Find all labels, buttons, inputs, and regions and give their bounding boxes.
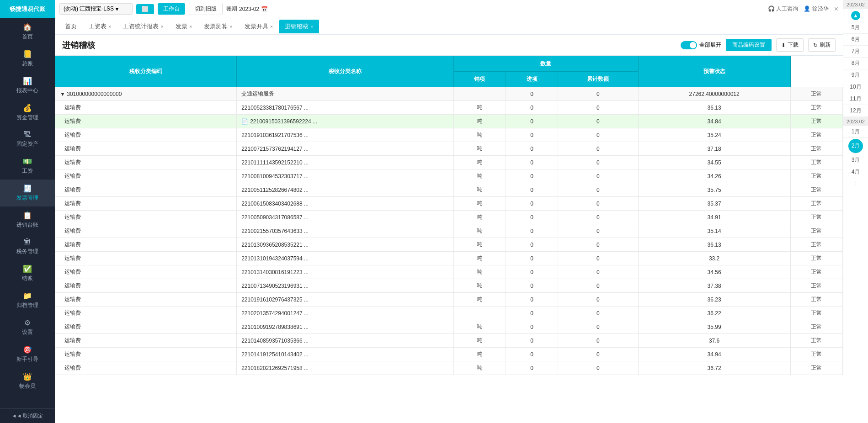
cell-unit: 吨 xyxy=(453,320,506,334)
cell-status: 正常 xyxy=(790,142,842,156)
cell-purchase: 0 xyxy=(558,169,638,183)
tab-close-发票[interactable]: × xyxy=(189,24,192,29)
cell-cumulative: 35.37 xyxy=(638,197,790,211)
tab-发票测算[interactable]: 发票测算× xyxy=(198,20,238,33)
month-item-7月[interactable]: 7月 xyxy=(843,46,868,58)
download-btn[interactable]: ⬇ 下载 xyxy=(776,38,804,52)
month-item-6月[interactable]: 6月 xyxy=(843,34,868,46)
month-item-2023-4月[interactable]: 4月 xyxy=(843,166,868,178)
invoices-icon: 🧾 xyxy=(23,184,32,193)
cell-cumulative: 35.99 xyxy=(638,320,790,334)
month-item-2023-2月[interactable]: 2月 xyxy=(848,139,863,153)
avatar-icon: 👤 xyxy=(804,5,810,12)
cell-name: 运输费 xyxy=(60,282,81,289)
cell-status: 正常 xyxy=(790,238,842,252)
tab-label: 工资统计报表 xyxy=(123,22,159,31)
sidebar-item-settings[interactable]: ⚙设置 xyxy=(0,314,55,341)
month-item-11月[interactable]: 11月 xyxy=(843,93,868,105)
tab-label: 工资表 xyxy=(89,22,107,31)
cell-purchase: 0 xyxy=(558,197,638,211)
cell-name: 运输费 xyxy=(60,200,81,206)
cell-tax-code: 运输费 xyxy=(55,128,237,142)
cell-cumulative: 37.6 xyxy=(638,334,790,348)
col-warning-status: 预警状态 xyxy=(638,56,790,87)
tab-close-工资统计报表[interactable]: × xyxy=(160,24,163,29)
cell-cumulative: 33.2 xyxy=(638,252,790,265)
tab-进销稽核[interactable]: 进销稽核× xyxy=(279,20,319,33)
tab-首页[interactable]: 首页 xyxy=(59,20,82,33)
cell-tax-name: 22101309365208535221 ... xyxy=(237,238,454,252)
tab-发票[interactable]: 发票× xyxy=(170,20,197,33)
col-quantity-group: 数量 xyxy=(453,56,638,72)
sidebar-item-ledger[interactable]: 📒总账 xyxy=(0,45,55,72)
month-item-8月[interactable]: 8月 xyxy=(843,58,868,69)
sidebar-item-home[interactable]: 🏠首页 xyxy=(0,18,55,45)
company-selector[interactable]: (勿动) 江西报宝-LSS ▾ xyxy=(59,3,133,15)
cell-tax-name: 22101009192789838691 ... xyxy=(237,320,454,334)
month-item-2023-1月[interactable]: 1月 xyxy=(843,126,868,138)
month-item-12月[interactable]: 12月 xyxy=(843,105,868,117)
close-btn[interactable]: × xyxy=(834,5,838,13)
table-row: 运输费22101408593571035366 ...吨0037.6正常 xyxy=(55,334,843,348)
collapse-icon[interactable]: ▼ xyxy=(60,91,65,97)
tab-close-发票开具[interactable]: × xyxy=(270,24,273,29)
sidebar-item-guide[interactable]: 🎯新手引导 xyxy=(0,341,55,368)
cell-tax-code: 运输费 xyxy=(55,320,237,334)
invoice-no: 22102013574294001247 ... xyxy=(241,310,309,317)
cell-sales: 0 xyxy=(506,293,558,307)
cell-unit: 吨 xyxy=(453,197,506,211)
sidebar-item-reports[interactable]: 📊报表中心 xyxy=(0,72,55,99)
user-info[interactable]: 👤 徐泾华 xyxy=(804,5,828,13)
tab-label: 发票 xyxy=(176,22,187,31)
cell-unit: 吨 xyxy=(453,361,506,375)
sidebar-item-funds[interactable]: 💰资金管理 xyxy=(0,99,55,126)
month-item-5月[interactable]: 5月 xyxy=(843,22,868,34)
sidebar-item-payroll[interactable]: 💵工资 xyxy=(0,153,55,180)
tab-发票开具[interactable]: 发票开具× xyxy=(239,20,278,33)
sidebar-item-invoices[interactable]: 🧾发票管理 xyxy=(0,180,55,206)
month-item-9月[interactable]: 9月 xyxy=(843,69,868,81)
main-table: 税收分类编码 税收分类名称 数量 预警状态 销项 进项 累计数额 ▼ 30100… xyxy=(55,56,843,375)
cell-cumulative: 36.22 xyxy=(638,307,790,320)
tab-close-工资表[interactable]: × xyxy=(108,24,111,29)
copy-btn[interactable]: ⬜ xyxy=(136,4,154,14)
tab-close-发票测算[interactable]: × xyxy=(229,24,232,29)
home-icon: 🏠 xyxy=(23,23,32,32)
tab-工资统计报表[interactable]: 工资统计报表× xyxy=(117,20,169,33)
cell-cumulative: 37.38 xyxy=(638,279,790,293)
support-btn[interactable]: 🎧 人工咨询 xyxy=(768,5,798,13)
workbench-btn[interactable]: 工作台 xyxy=(158,3,185,15)
cell-status: 正常 xyxy=(790,128,842,142)
tab-工资表[interactable]: 工资表× xyxy=(83,20,117,33)
expand-toggle[interactable] xyxy=(681,41,697,49)
sidebar-item-assets[interactable]: 🏗固定资产 xyxy=(0,126,55,153)
tab-close-进销稽核[interactable]: × xyxy=(310,24,313,29)
sidebar-unpin[interactable]: ◄◄ 取消固定 xyxy=(0,408,55,423)
cell-unit xyxy=(453,87,506,101)
month-item-2023-3月[interactable]: 3月 xyxy=(843,154,868,166)
cell-purchase: 0 xyxy=(558,252,638,265)
table-row: 运输费22101916102976437325 ...吨0036.23正常 xyxy=(55,293,843,307)
sidebar-item-purchase[interactable]: 📋进销台账 xyxy=(0,206,55,233)
cell-tax-name: 交通运输服务 xyxy=(237,87,454,101)
cell-cumulative: 34.91 xyxy=(638,211,790,224)
refresh-btn[interactable]: ↻ 刷新 xyxy=(808,38,836,52)
sidebar-item-settlement[interactable]: ✅结账 xyxy=(0,260,55,287)
cell-name: 运输费 xyxy=(60,214,81,220)
invoice-no: 22100713490523196931 ... xyxy=(241,283,309,289)
calendar-icon[interactable]: 📅 xyxy=(261,6,268,12)
sidebar-item-member[interactable]: 👑畅会员 xyxy=(0,368,55,395)
reports-icon: 📊 xyxy=(23,77,32,85)
switch-version-btn[interactable]: 切到旧版 xyxy=(189,3,223,15)
settings-btn[interactable]: 商品编码设置 xyxy=(726,39,772,51)
cell-tax-code: 运输费 xyxy=(55,238,237,252)
sidebar-item-archive[interactable]: 📁归档管理 xyxy=(0,287,55,314)
sidebar-item-tax[interactable]: 🏛税务管理 xyxy=(0,233,55,260)
payroll-icon: 💵 xyxy=(23,157,32,166)
nav-up[interactable]: ▲ xyxy=(843,9,868,22)
cell-status: 正常 xyxy=(790,361,842,375)
scroll-up-btn[interactable]: ▲ xyxy=(851,11,860,20)
cell-status: 正常 xyxy=(790,101,842,115)
month-item-10月[interactable]: 10月 xyxy=(843,81,868,93)
cell-cumulative: 36.72 xyxy=(638,361,790,375)
